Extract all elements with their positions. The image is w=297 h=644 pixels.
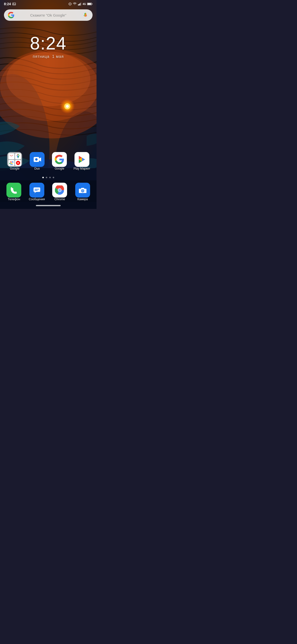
clock-time: 8:24	[30, 33, 67, 54]
app-item-google[interactable]: Google	[50, 152, 69, 170]
search-placeholder: Скажите "Ok Google"	[17, 13, 80, 17]
svg-rect-13	[13, 3, 16, 5]
app-item-google-folder[interactable]: Google	[5, 152, 25, 170]
dot-3[interactable]	[49, 177, 51, 178]
chrome-icon	[52, 183, 67, 198]
svg-rect-25	[80, 2, 81, 6]
svg-point-32	[18, 162, 19, 163]
app-item-duo[interactable]: Duo	[27, 152, 47, 170]
youtube-sub-icon	[15, 160, 21, 166]
media-icon	[12, 2, 16, 6]
app-label-messages: Сообщения	[29, 198, 45, 201]
duo-icon	[30, 152, 45, 167]
camera-icon	[75, 183, 90, 198]
svg-rect-15	[69, 3, 71, 5]
app-item-messages[interactable]: Сообщения	[27, 183, 47, 201]
svg-point-47	[85, 189, 85, 190]
messages-icon	[30, 183, 44, 198]
dot-1[interactable]	[42, 177, 44, 178]
status-right: 4G	[69, 2, 93, 6]
battery-icon	[87, 2, 93, 6]
app-item-phone[interactable]: Телефон	[4, 183, 24, 201]
app-label-phone: Телефон	[8, 198, 20, 201]
apps-section-1: Google Duo	[0, 150, 97, 175]
gmail-sub-icon	[9, 153, 14, 159]
mic-icon[interactable]	[82, 12, 89, 18]
app-label-duo: Duo	[34, 167, 40, 170]
svg-marker-34	[39, 158, 41, 162]
maps-sub-icon	[15, 153, 21, 159]
google-logo	[8, 12, 14, 18]
status-time: 8:24	[4, 2, 11, 6]
app-label-chrome: Chrome	[55, 198, 65, 201]
app-item-play-market[interactable]: Play Маркет	[72, 152, 92, 170]
home-bar	[36, 205, 61, 206]
home-indicator[interactable]	[0, 202, 97, 209]
app-item-camera[interactable]: Камера	[73, 183, 93, 201]
svg-point-35	[35, 158, 38, 161]
svg-rect-23	[79, 4, 80, 6]
4g-icon: 4G	[83, 3, 86, 6]
app-label-play-market: Play Маркет	[74, 167, 90, 170]
svg-rect-36	[34, 188, 40, 192]
app-item-chrome[interactable]: Chrome	[50, 183, 70, 201]
status-bar: 8:24	[0, 0, 97, 7]
svg-rect-27	[88, 3, 91, 5]
svg-rect-22	[78, 4, 79, 6]
clock-date: пятница 1 мая	[33, 54, 64, 59]
play-market-icon	[75, 152, 89, 167]
google-search-icon	[52, 152, 67, 167]
app-label-google: Google	[55, 167, 64, 170]
svg-point-14	[13, 3, 14, 4]
clock-day: пятница	[33, 54, 50, 58]
svg-rect-24	[80, 3, 80, 6]
clock-date-num: 1 мая	[52, 54, 64, 58]
drive-sub-icon	[9, 160, 14, 166]
svg-point-43	[59, 190, 60, 191]
status-left: 8:24	[4, 2, 16, 6]
wifi-icon	[73, 2, 77, 6]
dot-4[interactable]	[53, 177, 54, 178]
vibrate-icon	[69, 2, 72, 6]
app-row-1: Google Duo	[3, 150, 94, 172]
screen-content: 8:24	[0, 0, 97, 209]
page-indicators	[0, 175, 97, 180]
search-bar[interactable]: Скажите "Ok Google"	[4, 10, 93, 21]
app-label-camera: Камера	[78, 198, 88, 201]
signal-icon	[78, 2, 81, 6]
app-label-google-folder: Google	[10, 167, 20, 170]
dot-2[interactable]	[46, 177, 47, 178]
svg-point-46	[82, 190, 83, 191]
clock-area: 8:24 пятница 1 мая	[0, 23, 97, 150]
search-bar-container[interactable]: Скажите "Ok Google"	[0, 7, 97, 23]
google-folder-icon	[7, 152, 22, 167]
phone-icon	[7, 183, 21, 198]
bottom-dock: Телефон Сообщения	[0, 180, 97, 202]
